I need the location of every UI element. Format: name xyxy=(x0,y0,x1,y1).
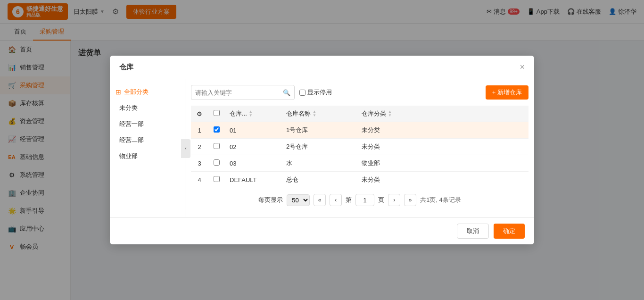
row-code: 01 xyxy=(225,122,281,139)
warehouse-table: ⚙ 仓库... ▲▼ xyxy=(191,106,528,188)
cancel-button[interactable]: 取消 xyxy=(457,224,489,239)
row-checkbox[interactable] xyxy=(214,176,220,182)
table-row[interactable]: 4 DEFAULT 总仓 未分类 xyxy=(191,172,528,188)
grid-icon: ⊞ xyxy=(116,88,121,96)
page-suffix: 页 xyxy=(378,196,384,204)
col-name-header[interactable]: 仓库名称 ▲▼ xyxy=(281,106,357,122)
search-bar: 🔍 显示停用 + 新增仓库 xyxy=(191,85,528,100)
table-row[interactable]: 2 02 2号仓库 未分类 xyxy=(191,139,528,155)
dialog-title: 仓库 xyxy=(119,63,133,72)
row-checkbox-cell xyxy=(208,122,225,139)
row-num: 3 xyxy=(191,155,208,172)
dialog-header: 仓库 × xyxy=(110,56,534,79)
category-panel: ⊞ 全部分类 未分类 经营一部 经营二部 物业部 ‹ xyxy=(110,79,185,217)
last-page-button[interactable]: » xyxy=(404,194,416,206)
next-page-button[interactable]: › xyxy=(388,194,400,206)
modal-overlay: 仓库 × ⊞ 全部分类 未分类 经营一部 经营二部 物业部 ‹ xyxy=(0,0,644,300)
prev-page-button[interactable]: ‹ xyxy=(330,194,342,206)
row-code: DEFAULT xyxy=(225,172,281,188)
row-num: 2 xyxy=(191,139,208,155)
dialog-body: ⊞ 全部分类 未分类 经营一部 经营二部 物业部 ‹ 🔍 xyxy=(110,79,534,217)
collapse-panel-button[interactable]: ‹ xyxy=(181,139,190,158)
total-info: 共1页, 4条记录 xyxy=(420,196,461,204)
show-disabled-checkbox[interactable]: 显示停用 xyxy=(299,88,332,97)
row-checkbox-cell xyxy=(208,155,225,172)
sort-icon-3: ▲▼ xyxy=(388,110,392,117)
row-category: 未分类 xyxy=(357,122,528,139)
close-icon[interactable]: × xyxy=(520,62,525,72)
row-category: 未分类 xyxy=(357,139,528,155)
row-num: 4 xyxy=(191,172,208,188)
row-code: 03 xyxy=(225,155,281,172)
show-disabled-input[interactable] xyxy=(299,90,305,96)
row-num: 1 xyxy=(191,122,208,139)
col-gear: ⚙ xyxy=(191,106,208,122)
row-name: 总仓 xyxy=(281,172,357,188)
col-name-label: 仓库名称 xyxy=(286,109,311,118)
category-item-1[interactable]: 经营一部 xyxy=(110,116,185,132)
col-category-header[interactable]: 仓库分类 ▲▼ xyxy=(357,106,528,122)
sort-icon-2: ▲▼ xyxy=(313,110,316,117)
row-checkbox[interactable] xyxy=(214,159,220,166)
all-category-label: 全部分类 xyxy=(124,88,149,96)
row-category: 物业部 xyxy=(357,155,528,172)
table-header-row: ⚙ 仓库... ▲▼ xyxy=(191,106,528,122)
page-number-input[interactable] xyxy=(355,194,374,206)
row-name: 1号仓库 xyxy=(281,122,357,139)
select-all-checkbox[interactable] xyxy=(214,110,220,116)
col-category-label: 仓库分类 xyxy=(362,109,386,118)
per-page-select[interactable]: 50 xyxy=(287,194,310,206)
add-warehouse-button[interactable]: + 新增仓库 xyxy=(486,85,528,100)
search-input[interactable] xyxy=(195,89,283,96)
table-row[interactable]: 1 01 1号仓库 未分类 xyxy=(191,122,528,139)
category-item-0[interactable]: 未分类 xyxy=(110,100,185,116)
show-disabled-label: 显示停用 xyxy=(307,88,332,97)
row-name: 水 xyxy=(281,155,357,172)
warehouse-dialog: 仓库 × ⊞ 全部分类 未分类 经营一部 经营二部 物业部 ‹ xyxy=(110,56,534,244)
search-input-wrap: 🔍 xyxy=(191,85,295,100)
first-page-button[interactable]: « xyxy=(314,194,326,206)
row-code: 02 xyxy=(225,139,281,155)
col-checkbox xyxy=(208,106,225,122)
row-checkbox-cell xyxy=(208,172,225,188)
category-item-2[interactable]: 经营二部 xyxy=(110,132,185,148)
table-row[interactable]: 3 03 水 物业部 xyxy=(191,155,528,172)
page-label: 第 xyxy=(346,196,352,204)
category-item-3[interactable]: 物业部 xyxy=(110,148,185,164)
row-name: 2号仓库 xyxy=(281,139,357,155)
col-gear-icon: ⚙ xyxy=(197,110,202,117)
warehouse-table-wrap: ⚙ 仓库... ▲▼ xyxy=(191,106,528,188)
row-category: 未分类 xyxy=(357,172,528,188)
dialog-footer: 取消 确定 xyxy=(110,217,534,244)
row-checkbox-cell xyxy=(208,139,225,155)
pagination: 每页显示 50 « ‹ 第 页 › » 共1页, 4条记录 xyxy=(191,188,528,212)
row-checkbox[interactable] xyxy=(214,126,220,133)
per-page-label: 每页显示 xyxy=(258,196,283,204)
row-checkbox[interactable] xyxy=(214,143,220,149)
col-code-label: 仓库... xyxy=(230,109,247,118)
all-category-item[interactable]: ⊞ 全部分类 xyxy=(110,84,185,100)
confirm-button[interactable]: 确定 xyxy=(494,224,525,239)
sort-icon: ▲▼ xyxy=(249,110,253,117)
col-code-header[interactable]: 仓库... ▲▼ xyxy=(225,106,281,122)
search-icon: 🔍 xyxy=(283,89,290,96)
warehouse-list-panel: 🔍 显示停用 + 新增仓库 ⚙ xyxy=(185,79,534,217)
